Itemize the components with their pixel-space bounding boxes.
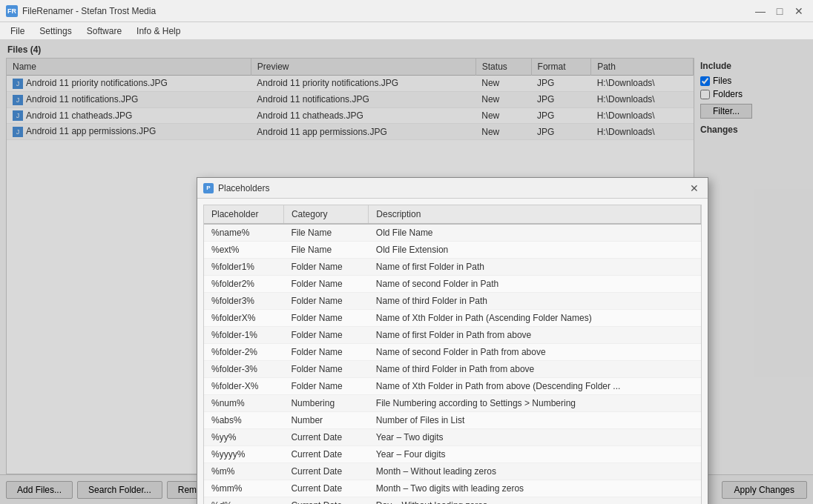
ph-description: Name of second Folder in Path <box>369 276 701 293</box>
list-item[interactable]: %name% File Name Old File Name <box>204 224 701 242</box>
list-item[interactable]: %num% Numbering File Numbering according… <box>204 395 701 412</box>
list-item[interactable]: %m% Current Date Month – Without leading… <box>204 463 701 480</box>
modal-titlebar-left: P Placeholders <box>203 183 269 193</box>
list-item[interactable]: %d% Current Date Day – Without leading z… <box>204 497 701 505</box>
list-item[interactable]: %folder-3% Folder Name Name of third Fol… <box>204 361 701 378</box>
list-item[interactable]: %folder-2% Folder Name Name of second Fo… <box>204 344 701 361</box>
list-item[interactable]: %folder3% Folder Name Name of third Fold… <box>204 293 701 310</box>
ph-placeholder: %m% <box>204 463 283 480</box>
ph-placeholder: %num% <box>204 395 283 412</box>
ph-category: Folder Name <box>283 344 368 361</box>
menu-file[interactable]: File <box>3 24 32 38</box>
ph-description: Name of third Folder in Path <box>369 293 701 310</box>
menu-info-help[interactable]: Info & Help <box>129 24 188 38</box>
ph-category: Folder Name <box>283 327 368 344</box>
ph-category: Number <box>283 412 368 429</box>
ph-description: Old File Name <box>369 224 701 242</box>
ph-category: File Name <box>283 224 368 242</box>
modal-overlay: P Placeholders ✕ Placeholder Category De… <box>0 40 813 504</box>
modal-body: Placeholder Category Description %name% … <box>197 199 708 504</box>
menu-bar: File Settings Software Info & Help <box>0 22 813 40</box>
ph-placeholder: %folder-3% <box>204 361 283 378</box>
ph-placeholder: %abs% <box>204 412 283 429</box>
ph-placeholder: %yy% <box>204 429 283 446</box>
window-controls: ― □ ✕ <box>752 4 807 18</box>
ph-category: Current Date <box>283 497 368 505</box>
placeholders-modal: P Placeholders ✕ Placeholder Category De… <box>197 177 708 504</box>
ph-description: Number of Files in List <box>369 412 701 429</box>
ph-category: Current Date <box>283 429 368 446</box>
ph-placeholder: %name% <box>204 224 283 242</box>
list-item[interactable]: %yyyy% Current Date Year – Four digits <box>204 446 701 463</box>
ph-category: Current Date <box>283 463 368 480</box>
ph-category: Current Date <box>283 480 368 497</box>
ph-placeholder: %folder-X% <box>204 378 283 395</box>
placeholder-table: Placeholder Category Description %name% … <box>204 205 701 504</box>
list-item[interactable]: %folderX% Folder Name Name of Xth Folder… <box>204 310 701 327</box>
ph-description: Month – Two digits with leading zeros <box>369 480 701 497</box>
ph-placeholder: %folder-1% <box>204 327 283 344</box>
ph-category: Folder Name <box>283 276 368 293</box>
ph-description: Year – Four digits <box>369 446 701 463</box>
ph-placeholder: %mm% <box>204 480 283 497</box>
list-item[interactable]: %ext% File Name Old File Extension <box>204 242 701 259</box>
close-button[interactable]: ✕ <box>791 4 807 18</box>
ph-placeholder: %folder2% <box>204 276 283 293</box>
ph-placeholder: %d% <box>204 497 283 505</box>
ph-placeholder: %folderX% <box>204 310 283 327</box>
list-item[interactable]: %mm% Current Date Month – Two digits wit… <box>204 480 701 497</box>
modal-titlebar: P Placeholders ✕ <box>197 178 708 199</box>
ph-placeholder: %folder3% <box>204 293 283 310</box>
ph-placeholder: %folder-2% <box>204 344 283 361</box>
ph-description: Year – Two digits <box>369 429 701 446</box>
modal-title: Placeholders <box>218 183 269 193</box>
placeholder-table-container[interactable]: Placeholder Category Description %name% … <box>203 205 702 504</box>
main-area: Files (4) Name Preview Status Format Pat… <box>0 40 813 504</box>
minimize-button[interactable]: ― <box>752 4 768 18</box>
menu-software[interactable]: Software <box>79 24 129 38</box>
ph-category: Numbering <box>283 395 368 412</box>
maximize-button[interactable]: □ <box>771 4 788 18</box>
app-icon: FR <box>6 5 18 17</box>
ph-category: Current Date <box>283 446 368 463</box>
ph-col-placeholder: Placeholder <box>204 205 283 224</box>
list-item[interactable]: %folder-X% Folder Name Name of Xth Folde… <box>204 378 701 395</box>
app-title: FileRenamer - Stefan Trost Media <box>22 6 156 16</box>
ph-category: File Name <box>283 242 368 259</box>
ph-col-category: Category <box>283 205 368 224</box>
ph-col-description: Description <box>369 205 701 224</box>
list-item[interactable]: %folder-1% Folder Name Name of first Fol… <box>204 327 701 344</box>
list-item[interactable]: %folder1% Folder Name Name of first Fold… <box>204 259 701 276</box>
list-item[interactable]: %abs% Number Number of Files in List <box>204 412 701 429</box>
ph-description: Month – Without leading zeros <box>369 463 701 480</box>
ph-placeholder: %yyyy% <box>204 446 283 463</box>
ph-description: Name of second Folder in Path from above <box>369 344 701 361</box>
ph-category: Folder Name <box>283 293 368 310</box>
title-bar-left: FR FileRenamer - Stefan Trost Media <box>6 5 156 17</box>
ph-description: Name of third Folder in Path from above <box>369 361 701 378</box>
ph-description: Old File Extension <box>369 242 701 259</box>
title-bar: FR FileRenamer - Stefan Trost Media ― □ … <box>0 0 813 22</box>
ph-description: File Numbering according to Settings > N… <box>369 395 701 412</box>
modal-close-button[interactable]: ✕ <box>687 182 702 195</box>
ph-category: Folder Name <box>283 310 368 327</box>
ph-category: Folder Name <box>283 378 368 395</box>
list-item[interactable]: %yy% Current Date Year – Two digits <box>204 429 701 446</box>
ph-description: Name of Xth Folder in Path (Ascending Fo… <box>369 310 701 327</box>
list-item[interactable]: %folder2% Folder Name Name of second Fol… <box>204 276 701 293</box>
ph-category: Folder Name <box>283 361 368 378</box>
menu-settings[interactable]: Settings <box>32 24 79 38</box>
ph-placeholder: %folder1% <box>204 259 283 276</box>
ph-description: Name of first Folder in Path <box>369 259 701 276</box>
ph-description: Name of first Folder in Path from above <box>369 327 701 344</box>
ph-description: Name of Xth Folder in Path from above (D… <box>369 378 701 395</box>
ph-category: Folder Name <box>283 259 368 276</box>
modal-icon: P <box>203 183 214 193</box>
ph-placeholder: %ext% <box>204 242 283 259</box>
ph-description: Day – Without leading zeros <box>369 497 701 505</box>
